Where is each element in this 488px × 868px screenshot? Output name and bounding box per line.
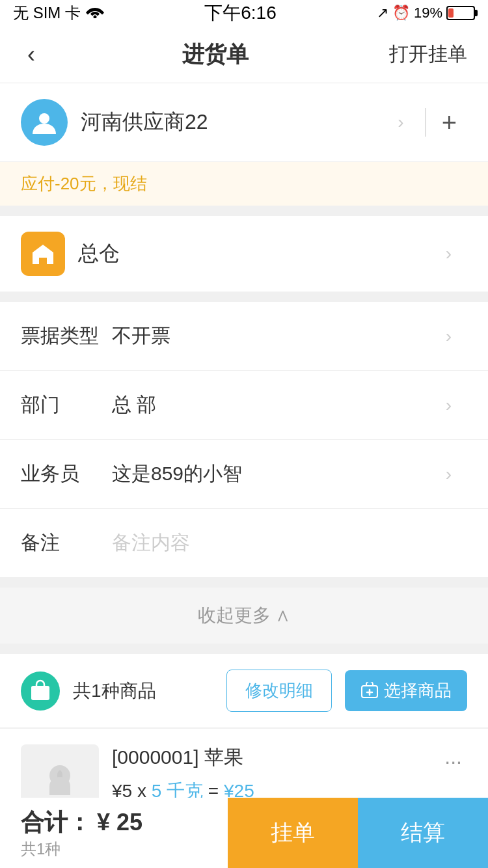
status-right: ↗ ⏰ 19% bbox=[377, 5, 475, 21]
product-more-button[interactable]: ··· bbox=[439, 744, 467, 779]
supplier-row[interactable]: 河南供应商22 › + bbox=[0, 83, 488, 162]
bottom-bar: 合计： ¥ 25 共1种 挂单 结算 bbox=[0, 798, 488, 868]
collapse-row[interactable]: 收起更多 ∧ bbox=[0, 588, 488, 644]
invoice-label: 票据类型 bbox=[21, 323, 112, 349]
total-amount: 合计： ¥ 25 bbox=[21, 807, 207, 839]
carrier-label: 无 SIM 卡 bbox=[13, 3, 81, 23]
product-info: [0000001] 苹果 ¥5 x 5 千克 = ¥25 bbox=[112, 744, 426, 804]
supplier-notice: 应付-20元，现结 bbox=[0, 162, 488, 206]
checkout-button[interactable]: 结算 bbox=[358, 798, 488, 868]
svg-point-0 bbox=[94, 16, 97, 19]
nav-bar: ‹ 进货单 打开挂单 bbox=[0, 26, 488, 83]
invoice-row[interactable]: 票据类型 不开票 › bbox=[0, 302, 488, 371]
salesman-value: 这是859的小智 bbox=[112, 461, 446, 487]
product-icon bbox=[21, 671, 60, 711]
warehouse-icon bbox=[21, 232, 65, 276]
divider bbox=[425, 108, 426, 137]
department-value: 总 部 bbox=[112, 392, 446, 418]
add-supplier-button[interactable]: + bbox=[431, 108, 467, 137]
product-count: 共1种商品 bbox=[73, 679, 213, 703]
supplier-section: 河南供应商22 › + 应付-20元，现结 bbox=[0, 83, 488, 206]
supplier-name: 河南供应商22 bbox=[81, 108, 398, 137]
total-label: 合计： bbox=[21, 809, 91, 835]
salesman-chevron-icon: › bbox=[446, 464, 452, 485]
product-name: [0000001] 苹果 bbox=[112, 744, 426, 771]
alarm-icon: ⏰ bbox=[392, 5, 410, 21]
invoice-value: 不开票 bbox=[112, 323, 446, 349]
select-product-button[interactable]: 选择商品 bbox=[345, 670, 467, 711]
modify-detail-button[interactable]: 修改明细 bbox=[226, 670, 332, 712]
status-time: 下午6:16 bbox=[204, 1, 277, 25]
remark-label: 备注 bbox=[21, 530, 112, 556]
bottom-total: 合计： ¥ 25 共1种 bbox=[0, 807, 228, 860]
svg-point-1 bbox=[39, 113, 49, 124]
supplier-chevron-icon: › bbox=[398, 112, 403, 133]
select-product-label: 选择商品 bbox=[384, 679, 452, 702]
back-button[interactable]: ‹ bbox=[21, 34, 42, 75]
total-count: 共1种 bbox=[21, 839, 207, 860]
salesman-label: 业务员 bbox=[21, 461, 112, 487]
svg-rect-3 bbox=[31, 686, 49, 700]
warehouse-name: 总仓 bbox=[78, 239, 446, 268]
product-title: 苹果 bbox=[204, 746, 243, 768]
battery-percent: 19% bbox=[414, 5, 442, 21]
salesman-row[interactable]: 业务员 这是859的小智 › bbox=[0, 440, 488, 509]
page-title: 进货单 bbox=[182, 40, 249, 70]
product-header: 共1种商品 修改明细 选择商品 bbox=[0, 654, 488, 727]
supplier-avatar bbox=[21, 99, 68, 146]
invoice-chevron-icon: › bbox=[446, 326, 452, 347]
battery-icon bbox=[446, 6, 475, 20]
location-icon: ↗ bbox=[377, 5, 388, 21]
department-row[interactable]: 部门 总 部 › bbox=[0, 371, 488, 440]
remark-input[interactable]: 备注内容 bbox=[112, 530, 467, 556]
svg-rect-2 bbox=[39, 258, 47, 265]
status-bar: 无 SIM 卡 下午6:16 ↗ ⏰ 19% bbox=[0, 0, 488, 26]
department-label: 部门 bbox=[21, 392, 112, 418]
warehouse-chevron-icon: › bbox=[446, 243, 452, 264]
form-section: 票据类型 不开票 › 部门 总 部 › 业务员 这是859的小智 › 备注 备注… bbox=[0, 302, 488, 577]
warehouse-section[interactable]: 总仓 › bbox=[0, 216, 488, 292]
content-area: 河南供应商22 › + 应付-20元，现结 总仓 › 票据类型 不开票 › 部门… bbox=[0, 83, 488, 868]
department-chevron-icon: › bbox=[446, 395, 452, 416]
suspend-button[interactable]: 挂单 bbox=[228, 798, 358, 868]
product-code: [0000001] bbox=[112, 746, 198, 768]
wifi-icon bbox=[86, 4, 104, 22]
status-left: 无 SIM 卡 bbox=[13, 3, 104, 23]
total-value: ¥ 25 bbox=[97, 809, 142, 835]
open-pending-button[interactable]: 打开挂单 bbox=[389, 41, 467, 68]
remark-row[interactable]: 备注 备注内容 bbox=[0, 509, 488, 577]
